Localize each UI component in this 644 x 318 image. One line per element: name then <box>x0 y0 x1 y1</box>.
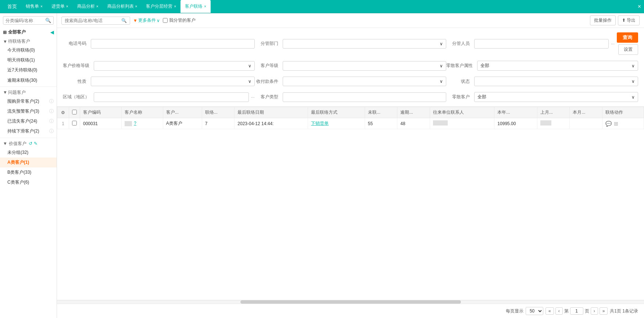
sidebar-item-today[interactable]: 今天待联络(0) <box>0 45 57 55</box>
select-all-checkbox[interactable] <box>72 110 77 114</box>
h-scrollbar-thumb[interactable] <box>240 300 461 304</box>
sidebar-item-declining[interactable]: 持续下滑客户(2) ⓘ <box>0 126 57 136</box>
sidebar-collapse-icon[interactable]: ◀ <box>50 30 54 35</box>
filter-search-icon[interactable]: 🔍 <box>121 18 127 23</box>
sidebar-all-customers[interactable]: ⊞ 全部客户 ◀ <box>0 28 57 37</box>
row-checkbox[interactable] <box>72 121 77 126</box>
customer-name-text[interactable]: ? <box>134 121 136 126</box>
sidebar-arrow-value: ▼ <box>3 141 7 146</box>
filter-person-select[interactable] <box>474 39 609 49</box>
close-tab-analysis[interactable]: × <box>96 4 99 8</box>
batch-op-button[interactable]: 批量操作 <box>590 15 616 25</box>
th-sort-code[interactable]: 客户编码 <box>83 110 101 115</box>
filter-payment-label: 收付款条件 <box>255 78 280 85</box>
sidebar-item-lost[interactable]: 已流失客户(24) ⓘ <box>0 116 57 126</box>
top-nav: 首页 销售单 × 进货单 × 商品分析 × 商品分析列表 × 客户分层经营 × … <box>0 0 644 13</box>
filter-dept: 分管部门 ∨ <box>255 31 447 56</box>
td-name[interactable]: ? <box>121 118 163 129</box>
td-num: 1 <box>57 118 69 129</box>
person-dots-icon[interactable]: ··· <box>611 41 615 46</box>
filter-customer-type-select[interactable] <box>283 92 447 102</box>
sidebar-item-b-class[interactable]: B类客户(33) <box>0 167 57 177</box>
filter-dept-select[interactable]: ∨ <box>283 39 447 49</box>
th-code: 客户编码 <box>80 107 122 118</box>
th-overdue: 逾期... <box>397 107 430 118</box>
sidebar-item-hoard[interactable]: 囤购异常客户(2) ⓘ <box>0 96 57 106</box>
nav-tab-sales[interactable]: 销售单 × <box>21 0 47 13</box>
last-method-link[interactable]: 下销货单 <box>311 121 329 126</box>
th-last-month: 上月... <box>537 107 570 118</box>
filter-price-select[interactable]: ∨ <box>94 61 255 71</box>
filter-level-select[interactable]: ∨ <box>283 61 447 71</box>
nav-tab-customer-contact[interactable]: 客户联络 × <box>180 0 211 13</box>
my-customers-checkbox[interactable] <box>163 18 168 23</box>
th-check[interactable] <box>69 107 80 118</box>
sidebar-search-input[interactable] <box>6 18 45 23</box>
nav-tab-analysis-list[interactable]: 商品分析列表 × <box>103 0 142 13</box>
next-page-button[interactable]: › <box>591 307 598 315</box>
price-chevron-icon: ∨ <box>248 63 251 68</box>
sidebar-item-a-class[interactable]: A类客户(1) <box>0 158 57 167</box>
prev-page-button[interactable]: ‹ <box>555 307 563 315</box>
filter-search-wrapper: 🔍 <box>61 17 130 25</box>
region-dots-icon[interactable]: ··· <box>251 95 255 100</box>
filter-retail-attr-select[interactable]: 全部 ∨ <box>477 61 638 71</box>
filter-search-input[interactable] <box>65 18 120 23</box>
td-contact: 7 <box>202 118 235 129</box>
nav-tab-purchase[interactable]: 进货单 × <box>47 0 73 13</box>
filter-my-customers[interactable]: 我分管的客户 <box>163 17 196 24</box>
filter-nature-select[interactable]: ∨ <box>91 77 255 86</box>
close-tab-customer-mgmt[interactable]: × <box>174 4 176 8</box>
close-tab-sales[interactable]: × <box>40 4 43 8</box>
info-icon-churn-warn: ⓘ <box>49 108 54 115</box>
th-action: 联络动作 <box>602 107 644 118</box>
filter-status-select[interactable]: ∨ <box>474 77 638 86</box>
page-total: 共1页 1条记录 <box>610 308 638 314</box>
advanced-filter-panel: 电话号码 分管部门 ∨ 分管人员 ··· <box>57 28 644 107</box>
filter-more-button[interactable]: ▼ 更多条件 ∨ <box>133 17 160 24</box>
sidebar-item-tomorrow[interactable]: 明天待联络(1) <box>0 55 57 65</box>
sidebar-item-ungroup[interactable]: 未分组(32) <box>0 148 57 158</box>
sidebar-item-churn-warn[interactable]: 流失预警客户(3) ⓘ <box>0 106 57 116</box>
customer-avatar <box>125 121 132 126</box>
sidebar-item-overdue[interactable]: 逾期未联络(30) <box>0 75 57 85</box>
info-icon-lost: ⓘ <box>49 118 54 125</box>
sidebar-edit-icon[interactable]: ✎ <box>34 141 37 146</box>
last-page-button[interactable]: » <box>600 307 608 315</box>
sidebar-item-c-class[interactable]: C类客户(6) <box>0 177 57 187</box>
first-page-button[interactable]: « <box>545 307 554 315</box>
filter-phone-label: 电话号码 <box>63 40 89 47</box>
chat-icon[interactable]: 💬 <box>605 121 612 127</box>
th-sort-name[interactable]: 客户名称 <box>125 110 142 115</box>
filter-phone-input[interactable] <box>91 39 255 49</box>
sidebar-refresh-icon[interactable]: ↺ <box>29 141 32 146</box>
close-tab-purchase[interactable]: × <box>66 4 68 8</box>
page-size-select[interactable]: 50 <box>526 307 543 315</box>
qr-icon[interactable]: ⊞ <box>614 121 618 127</box>
nav-tab-analysis[interactable]: 商品分析 × <box>73 0 103 13</box>
dept-chevron-icon: ∨ <box>440 41 443 46</box>
query-button[interactable]: 查询 <box>617 32 638 43</box>
filter-retail-customer-select[interactable]: 全部 ∨ <box>474 92 638 102</box>
nav-home[interactable]: 首页 <box>3 3 21 10</box>
h-scrollbar[interactable] <box>57 300 644 304</box>
sidebar-item-7days[interactable]: 近7天待联络(0) <box>0 65 57 75</box>
td-overdue: 48 <box>397 118 430 129</box>
sidebar-group-pending[interactable]: ▼ 待联络客户 <box>0 37 57 45</box>
filter-level-label: 客户等级 <box>255 63 280 69</box>
sidebar-group-problem[interactable]: ▼ 问题客户 <box>0 88 57 96</box>
th-gear[interactable]: ⚙ <box>57 107 69 118</box>
td-check[interactable] <box>69 118 80 129</box>
page-number-input[interactable] <box>570 307 583 315</box>
filter-payment-select[interactable]: ∨ <box>283 77 447 86</box>
close-tab-analysis-list[interactable]: × <box>135 4 137 8</box>
window-close-icon[interactable]: × <box>638 3 641 10</box>
settings-button[interactable]: 设置 <box>618 44 638 55</box>
export-button[interactable]: ⬆ 导出 <box>618 15 640 25</box>
close-tab-customer-contact[interactable]: × <box>204 4 206 8</box>
sidebar-group-value[interactable]: ▼ 价值客户 ↺ ✎ <box>0 139 57 148</box>
td-last-method[interactable]: 下销货单 <box>308 118 365 129</box>
nav-tab-customer-mgmt[interactable]: 客户分层经营 × <box>142 0 180 13</box>
filter-region-select[interactable] <box>94 92 249 102</box>
sidebar-search-icon[interactable]: 🔍 <box>45 18 51 23</box>
